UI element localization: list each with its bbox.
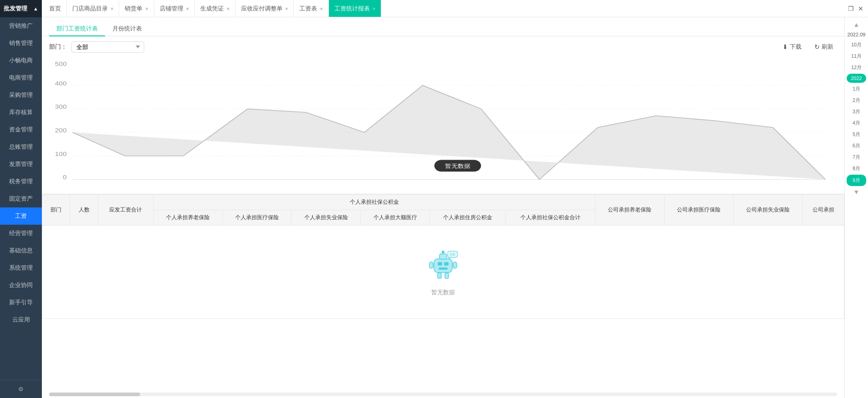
- timeline-entry-7[interactable]: 3月: [845, 106, 868, 117]
- restore-icon: ❐: [848, 5, 854, 12]
- sidebar-item-ecommerce-small[interactable]: 小畅电商: [0, 52, 42, 69]
- sidebar-item-guide[interactable]: 新手引导: [0, 294, 42, 311]
- window-controls: ❐ ✕: [847, 5, 866, 12]
- sidebar-item-tax[interactable]: 税务管理: [0, 173, 42, 190]
- timeline-entry-13[interactable]: 9月: [847, 175, 866, 186]
- sidebar-item-finance[interactable]: 资金管理: [0, 121, 42, 138]
- chart-svg: 0 100 200 300 400 500: [49, 62, 837, 189]
- sub-tab-bar: 部门工资统计表 月份统计表: [42, 17, 844, 36]
- sidebar-item-sales[interactable]: 销售管理: [0, 35, 42, 52]
- svg-text:500: 500: [55, 62, 67, 67]
- tab-product-catalog[interactable]: 门店商品目录 ×: [67, 0, 119, 17]
- sidebar-item-system[interactable]: 系统管理: [0, 259, 42, 277]
- download-button[interactable]: ⬇ 下载: [779, 41, 805, 53]
- col-company-more: 公司承担: [802, 195, 844, 226]
- col-company-pension: 公司承担养老保险: [595, 195, 664, 226]
- sub-tab-dept-stats[interactable]: 部门工资统计表: [49, 22, 105, 36]
- toolbar-left: 部门： 全部 销售部 技术部 财务部 人事部: [49, 41, 144, 53]
- sidebar-item-enterprise[interactable]: 企业协同: [0, 277, 42, 294]
- sidebar-item-ecommerce[interactable]: 电商管理: [0, 69, 42, 86]
- table-scrollbar[interactable]: [49, 393, 837, 396]
- timeline-entry-5[interactable]: 1月: [845, 83, 868, 95]
- toolbar: 部门： 全部 销售部 技术部 财务部 人事部 ⬇ 下载 ↻: [42, 36, 844, 57]
- sidebar-item-basic[interactable]: 基础信息: [0, 242, 42, 259]
- timeline-panel: ▲ 2022.09 10月 11月 12月 2022 1月 2月 3月 4月 5…: [844, 17, 868, 398]
- tab-home[interactable]: 首页: [44, 0, 67, 17]
- sub-tab-monthly-stats[interactable]: 月份统计表: [105, 22, 149, 36]
- toolbar-right: ⬇ 下载 ↻ 刷新: [779, 41, 837, 53]
- dept-select[interactable]: 全部 销售部 技术部 财务部 人事部: [71, 41, 144, 53]
- data-table: 部门 人数 应发工资合计 个人承担社保公积金 公司承担养老保险 公司承担医疗保险…: [42, 194, 844, 319]
- timeline-nav-down[interactable]: ▼: [852, 186, 862, 197]
- timeline-entry-12[interactable]: 8月: [845, 163, 868, 174]
- sidebar-item-ledger[interactable]: 总账管理: [0, 138, 42, 156]
- col-personal-pension: 个人承担养老保险: [153, 210, 222, 226]
- sidebar-item-inventory[interactable]: 库存核算: [0, 104, 42, 121]
- col-dept: 部门: [42, 195, 70, 226]
- svg-text:0: 0: [63, 174, 67, 181]
- tab-salary-report[interactable]: 工资统计报表 ×: [329, 0, 381, 17]
- tab-close-store-mgmt[interactable]: ×: [186, 6, 189, 11]
- empty-state: CE 暂无数据: [48, 229, 838, 315]
- sidebar-item-operation[interactable]: 经营管理: [0, 225, 42, 242]
- svg-rect-15: [438, 262, 442, 266]
- tab-close-sales-order[interactable]: ×: [145, 6, 148, 11]
- table-area: 部门 人数 应发工资合计 个人承担社保公积金 公司承担养老保险 公司承担医疗保险…: [42, 194, 844, 393]
- sidebar-collapse-icon[interactable]: ▲: [33, 6, 38, 11]
- table-scrollbar-thumb[interactable]: [49, 393, 140, 396]
- tab-close-receivable[interactable]: ×: [285, 6, 288, 11]
- tab-payroll[interactable]: 工资表 ×: [294, 0, 328, 17]
- empty-label: 暂无数据: [431, 288, 455, 297]
- table-row-empty: CE 暂无数据: [42, 226, 844, 319]
- close-button[interactable]: ✕: [857, 5, 864, 12]
- svg-rect-22: [439, 254, 447, 259]
- download-icon: ⬇: [782, 43, 788, 50]
- col-company-medical: 公司承担医疗保险: [664, 195, 733, 226]
- sidebar-item-assets[interactable]: 固定资产: [0, 190, 42, 207]
- svg-rect-18: [429, 262, 433, 268]
- tab-close-certificate[interactable]: ×: [227, 6, 229, 11]
- sidebar-item-marketing[interactable]: 营销推广: [0, 17, 42, 35]
- timeline-nav-up[interactable]: ▲: [852, 19, 862, 30]
- sidebar-item-salary[interactable]: 工资: [0, 207, 42, 225]
- chart-area: 0 100 200 300 400 500: [42, 57, 844, 194]
- dept-label: 部门：: [49, 43, 67, 51]
- col-company-unemployment: 公司承担失业保险: [733, 195, 802, 226]
- sidebar-settings[interactable]: ⚙: [0, 380, 42, 398]
- svg-rect-14: [434, 259, 452, 272]
- timeline-entry-2[interactable]: 11月: [845, 50, 868, 62]
- timeline-entry-0[interactable]: 2022.09: [845, 30, 868, 39]
- timeline-entry-11[interactable]: 7月: [845, 151, 868, 163]
- tab-sales-order[interactable]: 销货单 ×: [119, 0, 154, 17]
- timeline-entry-1[interactable]: 10月: [845, 39, 868, 50]
- refresh-button[interactable]: ↻ 刷新: [811, 41, 837, 53]
- tab-certificate[interactable]: 生成凭证 ×: [195, 0, 235, 17]
- tab-close-payroll[interactable]: ×: [320, 6, 323, 11]
- sidebar-item-cloud[interactable]: 云应用: [0, 311, 42, 328]
- sidebar-title: 批发管理: [4, 5, 27, 13]
- tab-receivable[interactable]: 应收应付调整单 ×: [236, 0, 294, 17]
- tab-close-product-catalog[interactable]: ×: [111, 6, 113, 11]
- col-personal-housing: 个人承担住房公积金: [429, 210, 505, 226]
- svg-text:200: 200: [55, 127, 67, 134]
- timeline-entry-3[interactable]: 12月: [845, 62, 868, 73]
- sidebar-item-invoice[interactable]: 发票管理: [0, 156, 42, 173]
- sidebar: 批发管理 ▲ 营销推广 销售管理 小畅电商 电商管理 采购管理 库存核算 资金管…: [0, 0, 42, 398]
- timeline-entry-10[interactable]: 6月: [845, 140, 868, 151]
- svg-point-23: [442, 251, 444, 253]
- svg-rect-17: [439, 267, 448, 270]
- settings-icon: ⚙: [18, 386, 24, 393]
- refresh-icon: ↻: [814, 43, 820, 50]
- restore-button[interactable]: ❐: [847, 5, 854, 12]
- timeline-entry-6[interactable]: 2月: [845, 95, 868, 106]
- timeline-entry-4[interactable]: 2022: [847, 74, 866, 83]
- svg-text:CE: CE: [450, 252, 455, 257]
- sidebar-item-purchase[interactable]: 采购管理: [0, 86, 42, 104]
- col-personal-unemployment: 个人承担失业保险: [292, 210, 361, 226]
- sidebar-header[interactable]: 批发管理 ▲: [0, 0, 42, 17]
- timeline-entry-8[interactable]: 4月: [845, 117, 868, 129]
- tab-close-salary-report[interactable]: ×: [373, 6, 375, 11]
- svg-text:300: 300: [55, 104, 67, 111]
- tab-store-mgmt[interactable]: 店铺管理 ×: [154, 0, 195, 17]
- timeline-entry-9[interactable]: 5月: [845, 129, 868, 140]
